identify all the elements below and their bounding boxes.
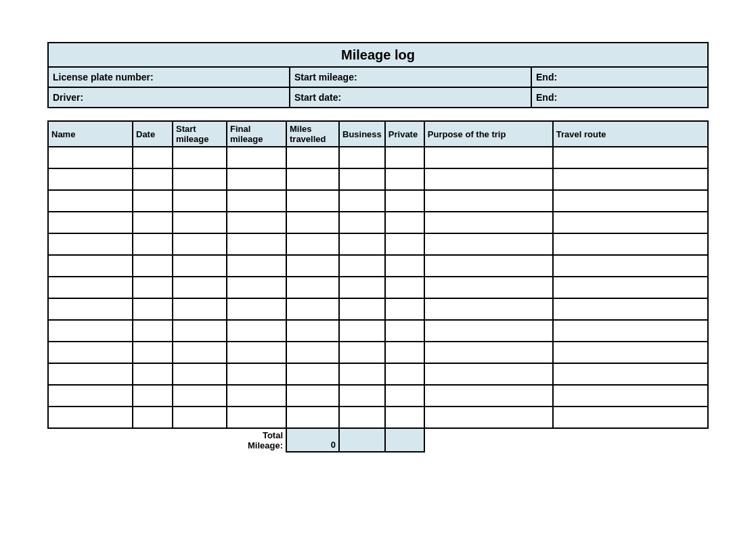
table-cell[interactable] [286, 385, 339, 407]
table-cell[interactable] [227, 385, 286, 407]
table-cell[interactable] [424, 147, 553, 168]
table-cell[interactable] [48, 363, 133, 385]
table-cell[interactable] [227, 233, 286, 255]
table-cell[interactable] [227, 407, 286, 428]
table-cell[interactable] [173, 342, 227, 363]
table-cell[interactable] [48, 298, 133, 320]
table-cell[interactable] [48, 147, 133, 168]
table-cell[interactable] [173, 233, 227, 255]
table-cell[interactable] [553, 147, 708, 168]
table-cell[interactable] [385, 277, 424, 298]
table-cell[interactable] [553, 255, 708, 277]
table-cell[interactable] [385, 320, 424, 342]
table-cell[interactable] [48, 385, 133, 407]
table-cell[interactable] [286, 363, 339, 385]
table-cell[interactable] [227, 320, 286, 342]
table-cell[interactable] [173, 385, 227, 407]
table-cell[interactable] [424, 320, 553, 342]
table-cell[interactable] [227, 255, 286, 277]
table-cell[interactable] [339, 190, 385, 212]
table-cell[interactable] [553, 277, 708, 298]
table-cell[interactable] [133, 277, 173, 298]
table-cell[interactable] [133, 147, 173, 168]
table-cell[interactable] [286, 168, 339, 190]
table-cell[interactable] [48, 407, 133, 428]
table-cell[interactable] [286, 212, 339, 233]
table-cell[interactable] [286, 190, 339, 212]
table-cell[interactable] [385, 255, 424, 277]
table-cell[interactable] [227, 277, 286, 298]
table-cell[interactable] [173, 363, 227, 385]
table-cell[interactable] [133, 385, 173, 407]
table-cell[interactable] [339, 255, 385, 277]
table-cell[interactable] [286, 342, 339, 363]
table-cell[interactable] [424, 190, 553, 212]
table-cell[interactable] [48, 277, 133, 298]
table-cell[interactable] [227, 212, 286, 233]
table-cell[interactable] [424, 342, 553, 363]
table-cell[interactable] [227, 147, 286, 168]
table-cell[interactable] [424, 407, 553, 428]
table-cell[interactable] [286, 298, 339, 320]
table-cell[interactable] [173, 147, 227, 168]
table-cell[interactable] [424, 168, 553, 190]
table-cell[interactable] [286, 233, 339, 255]
table-cell[interactable] [227, 190, 286, 212]
table-cell[interactable] [48, 190, 133, 212]
table-cell[interactable] [553, 298, 708, 320]
table-cell[interactable] [424, 212, 553, 233]
table-cell[interactable] [339, 212, 385, 233]
table-cell[interactable] [227, 363, 286, 385]
table-cell[interactable] [339, 277, 385, 298]
table-cell[interactable] [553, 212, 708, 233]
table-cell[interactable] [385, 147, 424, 168]
table-cell[interactable] [553, 407, 708, 428]
table-cell[interactable] [339, 363, 385, 385]
table-cell[interactable] [133, 255, 173, 277]
table-cell[interactable] [339, 407, 385, 428]
table-cell[interactable] [339, 342, 385, 363]
table-cell[interactable] [385, 190, 424, 212]
table-cell[interactable] [385, 212, 424, 233]
table-cell[interactable] [286, 147, 339, 168]
table-cell[interactable] [553, 233, 708, 255]
table-cell[interactable] [133, 342, 173, 363]
table-cell[interactable] [339, 147, 385, 168]
table-cell[interactable] [173, 212, 227, 233]
table-cell[interactable] [385, 363, 424, 385]
table-cell[interactable] [48, 320, 133, 342]
table-cell[interactable] [133, 407, 173, 428]
table-cell[interactable] [286, 407, 339, 428]
table-cell[interactable] [227, 298, 286, 320]
table-cell[interactable] [339, 385, 385, 407]
table-cell[interactable] [133, 168, 173, 190]
table-cell[interactable] [173, 277, 227, 298]
table-cell[interactable] [133, 233, 173, 255]
table-cell[interactable] [424, 298, 553, 320]
table-cell[interactable] [133, 363, 173, 385]
table-cell[interactable] [424, 233, 553, 255]
table-cell[interactable] [173, 407, 227, 428]
table-cell[interactable] [227, 342, 286, 363]
table-cell[interactable] [339, 168, 385, 190]
table-cell[interactable] [339, 233, 385, 255]
table-cell[interactable] [173, 320, 227, 342]
table-cell[interactable] [553, 320, 708, 342]
table-cell[interactable] [385, 233, 424, 255]
table-cell[interactable] [173, 298, 227, 320]
table-cell[interactable] [173, 190, 227, 212]
table-cell[interactable] [48, 168, 133, 190]
table-cell[interactable] [227, 168, 286, 190]
table-cell[interactable] [133, 212, 173, 233]
table-cell[interactable] [553, 385, 708, 407]
table-cell[interactable] [553, 190, 708, 212]
table-cell[interactable] [133, 320, 173, 342]
table-cell[interactable] [48, 255, 133, 277]
table-cell[interactable] [339, 298, 385, 320]
table-cell[interactable] [553, 342, 708, 363]
table-cell[interactable] [424, 255, 553, 277]
table-cell[interactable] [424, 385, 553, 407]
table-cell[interactable] [48, 342, 133, 363]
table-cell[interactable] [48, 212, 133, 233]
table-cell[interactable] [424, 363, 553, 385]
